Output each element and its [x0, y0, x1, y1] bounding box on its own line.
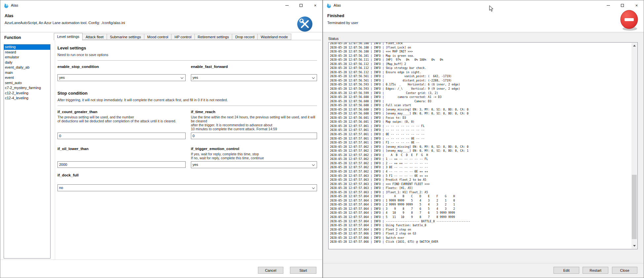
settings-tabs: Level settingsAttack fleetSubmarine sett…: [54, 33, 291, 40]
cancel-button[interactable]: Cancel: [258, 267, 283, 274]
scrollbar-thumb[interactable]: [632, 175, 637, 239]
minimize-button[interactable]: [280, 0, 294, 10]
if-oil-lower-than-input[interactable]: [57, 161, 186, 168]
log-line: 2020-05-28 12:07:56.593 | INFO | Edges: …: [330, 87, 631, 91]
tab-hp-control[interactable]: HP control: [171, 34, 195, 40]
sidebar-item-c12-4-leveling[interactable]: c12-4_leveling: [4, 96, 50, 101]
tab-mood-control[interactable]: Mood control: [144, 34, 172, 40]
log-line: 2020-05-28 12:07:57.063 | INFO | <<< FIN…: [330, 182, 631, 186]
maximize-button[interactable]: [294, 0, 308, 10]
scroll-down-button[interactable]: [631, 243, 637, 249]
function-label: Function: [4, 35, 21, 40]
tab-submarine-settings[interactable]: Submarine settings: [107, 34, 144, 40]
log-line: 2020-05-28 12:07:57.064 | INFO | 1 9999 …: [330, 199, 631, 203]
titlebar[interactable]: Alas ×: [0, 0, 322, 11]
field-label-if-count-greater-than: if_count_greater_than: [57, 110, 97, 114]
tab-attack-fleet[interactable]: Attack fleet: [83, 34, 107, 40]
log-line: 2020-05-28 12:07:57.064 | INFO | 5 11 10…: [330, 215, 631, 219]
sidebar-item-event[interactable]: event: [4, 75, 50, 80]
sidebar-item-c12-2-leveling[interactable]: c12-2_leveling: [4, 91, 50, 96]
titlebar[interactable]: Alas ×: [323, 0, 644, 11]
sidebar-item-daily[interactable]: daily: [4, 60, 50, 65]
log-line: 2020-05-28 12:07:56.112 | INFO | Ensure …: [330, 70, 631, 75]
enable-fast-forward-select[interactable]: yes: [191, 74, 317, 81]
maximize-icon: [300, 4, 303, 7]
log-line: 2020-05-28 12:07:56.600 | INFO | Camera:…: [330, 99, 631, 104]
field-label-if-time-reach: if_time_reach: [191, 110, 215, 114]
log-line: 2020-05-28 12:07:56.600 | INFO | [enemy_…: [330, 111, 631, 116]
sidebar-item-c7-2-mystery-farming[interactable]: c7-2_mystery_farming: [4, 85, 50, 91]
log-line: 2020-05-28 12:07:57.061 | INFO | -- -- -…: [330, 137, 631, 141]
log-line: 2020-05-28 12:07:57.064 | INFO | Fleet 2…: [330, 228, 631, 232]
log-line: 2020-05-28 12:07:56.101 | INFO | Map is …: [330, 54, 631, 58]
field-label-if-trigger-emotion-control: if_trigger_emotion_control: [191, 147, 239, 151]
log-line: 2020-05-28 12:07:57.064 | INFO | 2 9999 …: [330, 202, 631, 207]
sidebar-item-main[interactable]: main: [4, 70, 50, 76]
log-scrollbar[interactable]: [631, 43, 637, 249]
log-line: 2020-05-28 12:07:57.063 | INFO | Fleets:…: [330, 186, 631, 190]
footer-divider: [0, 260, 322, 260]
log-line: 2020-05-28 12:07:57.062 | INFO | 2 -- ++…: [330, 161, 631, 166]
status-subtitle: Terminated by user: [327, 21, 358, 25]
log-line: 2020-05-28 12:07:56.561 | INFO | distant…: [330, 78, 631, 83]
if-dock-full-select[interactable]: no: [57, 184, 317, 191]
chevron-down-icon: [312, 163, 315, 166]
chevron-up-icon: [633, 45, 636, 46]
sidebar-item-reward[interactable]: reward: [4, 50, 50, 55]
section-desc-stop-condition: After triggering, it will not stop immed…: [57, 98, 315, 102]
header-divider: [323, 32, 644, 32]
sidebar-item-setting[interactable]: setting: [4, 45, 50, 50]
tab-level-settings[interactable]: Level settings: [54, 33, 83, 40]
log-line: 2020-05-28 12:07:56.100 | INFO | fleet_l…: [330, 42, 631, 46]
log-line: 2020-05-28 12:07:56.599 | INFO | Center …: [330, 91, 631, 95]
field-desc-if-count-greater-than: The previous setting will be used, and t…: [57, 115, 186, 123]
if-trigger-emotion-control-select[interactable]: yes: [191, 161, 317, 168]
minimize-icon: [607, 5, 610, 6]
status-log-box[interactable]: 2020-05-28 12:07:56.100 | INFO | fleet_l…: [328, 42, 638, 249]
maximize-button[interactable]: [615, 0, 629, 10]
sidebar-item-semi-auto[interactable]: semi_auto: [4, 80, 50, 86]
header-divider: [0, 32, 322, 32]
edit-button[interactable]: Edit: [554, 267, 579, 274]
divider: [57, 106, 317, 106]
enable-stop-condition-select[interactable]: yes: [57, 74, 186, 81]
window-title: Alas: [334, 3, 341, 7]
tab-wasteland-mode[interactable]: Wasteland mode: [258, 34, 291, 40]
settings-tools-icon: [297, 16, 313, 32]
log-line: 2020-05-28 12:07:57.062 | INFO | 1 -- ++…: [330, 157, 631, 161]
log-line: 2020-05-28 12:07:56.600 | INFO | camera …: [330, 95, 631, 99]
tab-drop-record[interactable]: Drop record: [232, 34, 258, 40]
close-button[interactable]: ×: [629, 0, 644, 10]
function-listbox[interactable]: settingrewardemulatordailyevent_daily_ab…: [4, 44, 51, 259]
start-button[interactable]: Start: [290, 267, 316, 274]
field-label-enable-fast-forward: enable_fast_forward: [191, 65, 228, 69]
log-line: 2020-05-28 12:07:57.062 | INFO | [enemy_…: [330, 149, 631, 153]
minimize-button[interactable]: [601, 0, 615, 10]
log-line: 2020-05-28 12:07:57.061 | INFO | F1 -- -…: [330, 140, 631, 145]
field-desc-if-trigger-emotion-control: If yes, wait for reply, complete this ti…: [191, 152, 317, 160]
scroll-up-button[interactable]: [631, 43, 637, 48]
if-time-reach-input[interactable]: [191, 133, 317, 139]
section-desc-level-settings: Need to run once to save options: [57, 53, 108, 57]
window-title: Alas: [11, 3, 18, 7]
log-line: 2020-05-28 12:07:57.063 | INFO | Predict…: [330, 178, 631, 182]
sidebar-item-event-daily-ab[interactable]: event_daily_ab: [4, 65, 50, 70]
field-label-if-oil-lower-than: if_oil_lower_than: [57, 147, 89, 151]
log-line: 2020-05-28 12:07:57.064 | INFO | 4 10 9 …: [330, 211, 631, 215]
log-line: 2020-05-28 12:07:56.561 | INFO | vanish_…: [330, 74, 631, 78]
field-label-enable-stop-condition: enable_stop_condition: [57, 65, 99, 69]
sidebar-item-emulator[interactable]: emulator: [4, 55, 50, 60]
close-button-footer[interactable]: Close: [612, 267, 637, 274]
close-button[interactable]: ×: [308, 0, 322, 10]
alas-app-icon: [326, 3, 332, 8]
log-line: 2020-05-28 12:07:57.061 | INFO | -- -- -…: [330, 124, 631, 128]
chevron-down-icon: [312, 76, 315, 79]
if-count-greater-than-input[interactable]: [57, 133, 186, 139]
tab-retirement-settings[interactable]: Retirement settings: [195, 34, 233, 40]
alas-status-window: Alas × Finished Terminated by user Statu…: [323, 0, 644, 278]
chevron-down-icon: [181, 76, 183, 79]
log-line: 2020-05-28 12:07:57.061 | INFO | 0E -- -…: [330, 132, 631, 137]
log-line: 2020-05-28 12:07:57.066 | INFO | Switch …: [330, 236, 631, 240]
restart-button[interactable]: Restart: [583, 267, 608, 274]
divider: [57, 60, 317, 61]
